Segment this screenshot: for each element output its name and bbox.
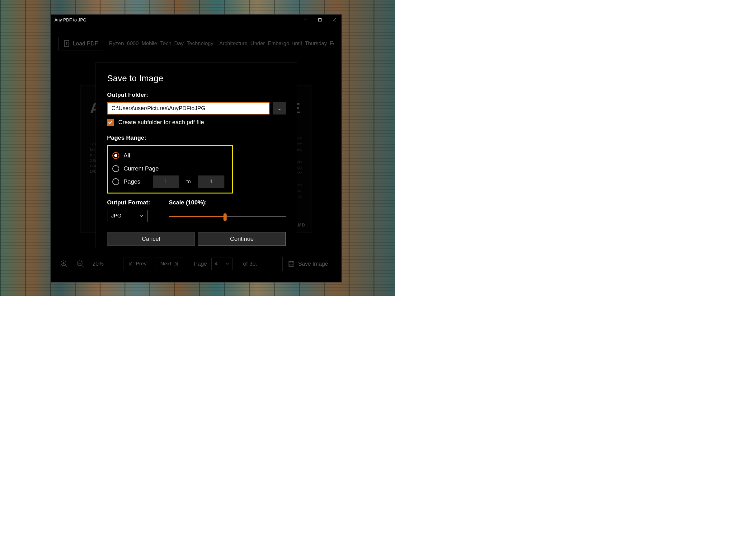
pages-from-input[interactable] <box>153 176 179 188</box>
page-value: 4 <box>215 261 217 267</box>
output-format-select[interactable]: JPG <box>107 210 148 222</box>
load-pdf-label: Load PDF <box>73 41 98 47</box>
page-of: of 30. <box>243 261 257 267</box>
radio-all[interactable] <box>112 152 119 159</box>
check-icon <box>108 120 113 125</box>
scale-label: Scale (100%): <box>169 199 286 206</box>
next-page-button[interactable]: Next <box>156 258 183 270</box>
save-icon <box>288 261 294 267</box>
output-format-value: JPG <box>111 213 121 219</box>
prev-page-button[interactable]: Prev <box>124 258 151 270</box>
desktop-wallpaper: Any PDF to JPG Load PDF Ryzen_6000_Mobil… <box>0 0 395 296</box>
radio-all-label: All <box>124 152 130 159</box>
slider-fill <box>169 216 225 217</box>
pages-to-label: to <box>186 179 191 185</box>
page-label: Page <box>194 261 207 267</box>
zoom-in-button[interactable] <box>58 258 70 270</box>
load-icon <box>63 40 70 47</box>
top-toolbar: Load PDF Ryzen_6000_Mobile_Tech_Day_Tech… <box>58 34 334 53</box>
slider-thumb[interactable] <box>224 213 227 221</box>
browse-folder-button[interactable]: ... <box>273 102 286 114</box>
skip-next-icon <box>174 261 179 266</box>
svg-rect-17 <box>290 264 293 266</box>
zoom-out-button[interactable] <box>74 258 86 270</box>
page-select[interactable]: 4 <box>211 258 232 270</box>
create-subfolder-checkbox[interactable] <box>107 119 114 126</box>
svg-rect-16 <box>290 261 292 263</box>
output-folder-label: Output Folder: <box>107 91 286 98</box>
close-button[interactable] <box>327 15 341 25</box>
titlebar: Any PDF to JPG <box>51 15 341 25</box>
next-label: Next <box>160 261 171 267</box>
cancel-button[interactable]: Cancel <box>107 232 195 246</box>
window-title: Any PDF to JPG <box>54 18 86 22</box>
pages-to-input[interactable] <box>198 176 225 188</box>
minimize-button[interactable] <box>299 15 313 25</box>
load-pdf-button[interactable]: Load PDF <box>58 37 103 50</box>
dialog-title: Save to Image <box>107 74 286 83</box>
save-label: Save Image <box>298 261 328 267</box>
create-subfolder-label: Create subfolder for each pdf file <box>118 119 204 126</box>
zoom-level: 20% <box>93 261 104 267</box>
scale-slider[interactable] <box>169 210 286 223</box>
radio-current-label: Current Page <box>124 165 159 172</box>
svg-line-7 <box>66 265 68 267</box>
output-folder-input[interactable] <box>107 102 269 114</box>
save-to-image-dialog: Save to Image Output Folder: ... Create … <box>96 62 297 248</box>
radio-pages[interactable] <box>112 178 119 185</box>
pages-range-label: Pages Range: <box>107 134 286 141</box>
pages-range-group: All Current Page Pages to <box>107 145 233 193</box>
radio-pages-label: Pages <box>124 178 145 185</box>
skip-prev-icon <box>128 261 133 266</box>
svg-rect-1 <box>319 19 321 22</box>
app-window: Any PDF to JPG Load PDF Ryzen_6000_Mobil… <box>50 14 342 283</box>
save-image-button[interactable]: Save Image <box>282 257 334 271</box>
chevron-down-icon <box>225 262 229 266</box>
prev-label: Prev <box>136 261 147 267</box>
chevron-down-icon <box>139 214 144 218</box>
continue-button[interactable]: Continue <box>198 232 286 246</box>
output-format-label: Output Format: <box>107 199 150 206</box>
svg-line-11 <box>81 265 84 267</box>
maximize-button[interactable] <box>313 15 327 25</box>
bottom-toolbar: 20% Prev Next Page 4 of 30. Save Imag <box>58 253 334 275</box>
current-file-name: Ryzen_6000_Mobile_Tech_Day_Technology__A… <box>109 41 334 47</box>
radio-current-page[interactable] <box>112 165 119 172</box>
